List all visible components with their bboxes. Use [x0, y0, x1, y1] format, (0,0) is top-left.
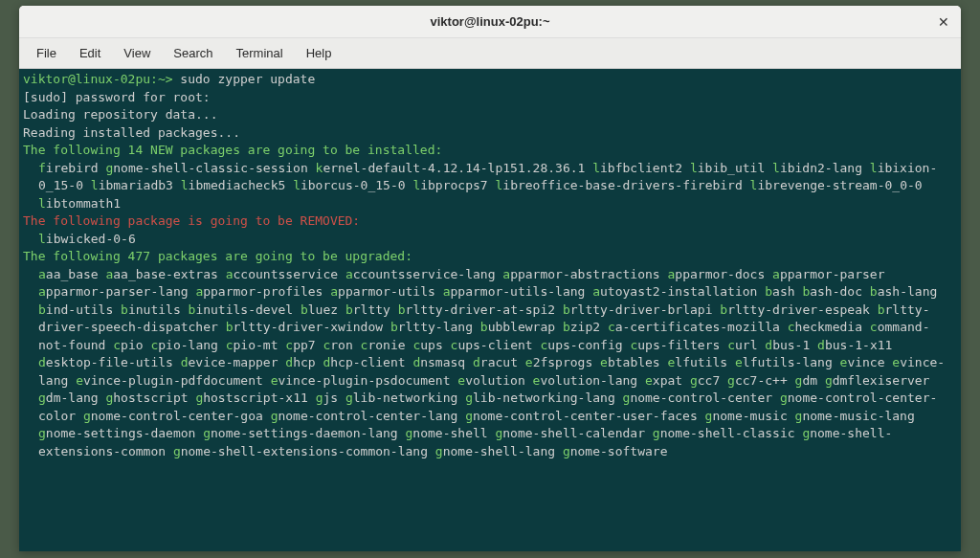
menubar: File Edit View Search Terminal Help	[19, 38, 961, 69]
terminal-window: viktor@linux-02pu:~ ✕ File Edit View Sea…	[19, 6, 961, 551]
menu-terminal[interactable]: Terminal	[227, 42, 293, 64]
menu-file[interactable]: File	[27, 42, 66, 64]
menu-search[interactable]: Search	[164, 42, 222, 64]
menu-help[interactable]: Help	[297, 42, 342, 64]
window-title: viktor@linux-02pu:~	[430, 14, 549, 29]
close-icon[interactable]: ✕	[934, 12, 953, 32]
menu-view[interactable]: View	[114, 42, 160, 64]
terminal-output[interactable]: viktor@linux-02pu:~> sudo zypper update[…	[19, 69, 961, 551]
menu-edit[interactable]: Edit	[70, 42, 110, 64]
titlebar: viktor@linux-02pu:~ ✕	[19, 6, 961, 38]
